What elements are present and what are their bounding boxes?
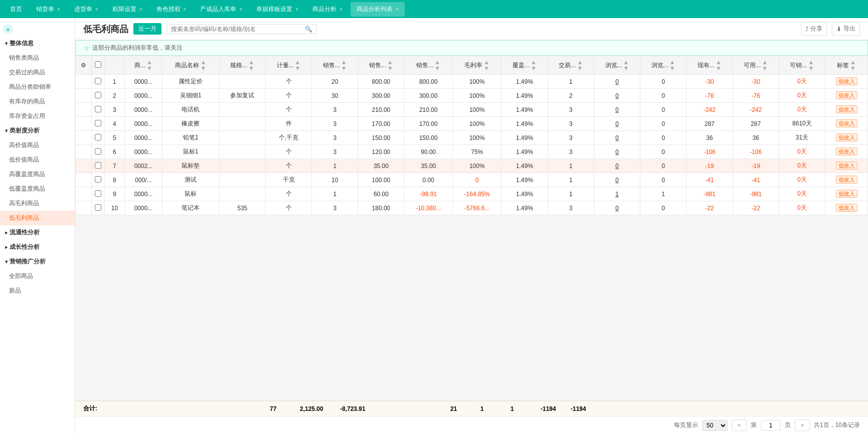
- sidebar-item-traded-goods[interactable]: 交易过的商品: [0, 65, 75, 80]
- td-name[interactable]: 鼠标: [162, 187, 219, 201]
- share-button[interactable]: ⤴ 分享: [801, 22, 827, 36]
- nav-product-analysis[interactable]: 商品分析 ×: [306, 2, 349, 17]
- search-input[interactable]: [171, 26, 303, 33]
- sidebar-item-in-stock[interactable]: 有库存的商品: [0, 94, 75, 109]
- export-button[interactable]: ⬇ 导出: [832, 22, 860, 36]
- td-view1[interactable]: 0: [594, 131, 640, 145]
- nav-product-analysis-list[interactable]: 商品分析列表 ×: [351, 2, 405, 17]
- th-trade[interactable]: 交易...▲▼: [548, 56, 594, 75]
- td-view1[interactable]: 0: [594, 75, 640, 89]
- close-icon[interactable]: ×: [95, 7, 98, 12]
- sidebar-item-low-profit[interactable]: 低毛利商品: [0, 211, 75, 225]
- nav-purchase-order[interactable]: 进货单 ×: [68, 2, 104, 17]
- th-saleable[interactable]: 可销...▲▼: [779, 56, 825, 75]
- td-tag: 低收入: [825, 159, 868, 173]
- td-settings: [76, 201, 92, 215]
- sidebar-group-overall[interactable]: ▾ 整体信息: [0, 36, 75, 51]
- row-checkbox[interactable]: [95, 120, 101, 126]
- close-icon[interactable]: ×: [139, 7, 142, 12]
- close-icon[interactable]: ×: [295, 7, 298, 12]
- next-page-btn[interactable]: ＞: [795, 419, 810, 431]
- nav-permissions[interactable]: 权限设置 ×: [106, 2, 148, 17]
- close-icon[interactable]: ×: [339, 7, 342, 12]
- close-icon[interactable]: ×: [396, 7, 399, 12]
- footer-view1: 1: [480, 405, 510, 412]
- sidebar-group-category-analysis[interactable]: ▾ 类射度分析: [0, 123, 75, 138]
- row-checkbox[interactable]: [95, 162, 101, 169]
- td-name[interactable]: 属性定价: [162, 75, 219, 89]
- sidebar-group-circulation[interactable]: ▸ 流通性分析: [0, 225, 75, 240]
- prev-page-btn[interactable]: ＜: [732, 419, 747, 431]
- select-all-checkbox[interactable]: [95, 61, 101, 68]
- td-view1[interactable]: 0: [594, 159, 640, 173]
- sidebar-item-low-coverage[interactable]: 低覆盖度商品: [0, 182, 75, 196]
- nav-home[interactable]: 首页: [4, 2, 28, 17]
- th-view1[interactable]: 浏览...▲▼: [594, 56, 640, 75]
- sidebar-item-low-value[interactable]: 低价值商品: [0, 153, 75, 167]
- sidebar-item-capital[interactable]: 库存资金占用: [0, 109, 75, 123]
- th-sales1[interactable]: 销售...▲▼: [312, 56, 358, 75]
- filter-recent-month-btn[interactable]: 近一月: [133, 23, 161, 35]
- th-sales3[interactable]: 销售...▲▼: [404, 56, 452, 75]
- sidebar-item-new-goods[interactable]: 新品: [0, 283, 75, 298]
- td-name[interactable]: 橡皮擦: [162, 117, 219, 131]
- td-view1[interactable]: 0: [594, 117, 640, 131]
- td-name[interactable]: 铅笔1: [162, 131, 219, 145]
- td-name[interactable]: 吴细细1: [162, 89, 219, 103]
- sidebar-item-high-coverage[interactable]: 高覆盖度商品: [0, 167, 75, 182]
- th-cover-rate[interactable]: 覆盖...▲▼: [501, 56, 548, 75]
- sidebar-group-marketing[interactable]: ▾ 营销推广分析: [0, 254, 75, 269]
- td-view1[interactable]: 1: [594, 187, 640, 201]
- sidebar-collapse-btn[interactable]: «: [3, 24, 13, 34]
- row-checkbox[interactable]: [95, 134, 101, 140]
- td-view1[interactable]: 0: [594, 145, 640, 159]
- nav-template-settings[interactable]: 单据模板设置 ×: [250, 2, 304, 17]
- th-settings[interactable]: ⚙: [76, 56, 92, 75]
- row-checkbox[interactable]: [95, 92, 101, 98]
- page-size-select[interactable]: 50 20 100: [702, 420, 728, 431]
- th-code[interactable]: 商...▲▼: [124, 56, 162, 75]
- tag-badge: 低收入: [836, 133, 857, 141]
- row-checkbox[interactable]: [95, 148, 101, 155]
- td-view1[interactable]: 0: [594, 173, 640, 187]
- th-tag[interactable]: 标签▲▼: [825, 56, 868, 75]
- search-icon[interactable]: 🔍: [305, 26, 312, 33]
- td-view2: 0: [640, 89, 686, 103]
- sidebar-item-category-rate[interactable]: 商品分类助销率: [0, 80, 75, 94]
- sidebar-group-growth[interactable]: ▸ 成长性分析: [0, 240, 75, 254]
- th-unit[interactable]: 计量...▲▼: [265, 56, 311, 75]
- td-checkbox: [92, 159, 105, 173]
- th-name[interactable]: 商品名称▲▼: [162, 56, 219, 75]
- sidebar-item-all-goods[interactable]: 全部商品: [0, 269, 75, 283]
- row-checkbox[interactable]: [95, 190, 101, 197]
- td-name[interactable]: 鼠标垫: [162, 159, 219, 173]
- td-view1[interactable]: 0: [594, 89, 640, 103]
- td-name[interactable]: 鼠标1: [162, 145, 219, 159]
- nav-sales-order[interactable]: 销货单 ×: [30, 2, 66, 17]
- sidebar-item-high-value[interactable]: 高价值商品: [0, 138, 75, 153]
- td-name[interactable]: 笔记本: [162, 201, 219, 215]
- th-spec[interactable]: 规格...▲▼: [219, 56, 265, 75]
- th-stock[interactable]: 现有...▲▼: [686, 56, 733, 75]
- th-available[interactable]: 可用...▲▼: [733, 56, 779, 75]
- close-icon[interactable]: ×: [239, 7, 242, 12]
- row-checkbox[interactable]: [95, 204, 101, 211]
- sidebar-item-high-profit[interactable]: 高毛利商品: [0, 196, 75, 211]
- page-number-input[interactable]: [761, 420, 781, 430]
- th-view2[interactable]: 浏览...▲▼: [640, 56, 686, 75]
- close-icon[interactable]: ×: [184, 7, 187, 12]
- row-checkbox[interactable]: [95, 176, 101, 183]
- td-view1[interactable]: 0: [594, 103, 640, 117]
- close-icon[interactable]: ×: [57, 7, 60, 12]
- td-name[interactable]: 电话机: [162, 103, 219, 117]
- row-checkbox[interactable]: [95, 78, 101, 84]
- th-gross-rate[interactable]: 毛利率▲▼: [453, 56, 501, 75]
- td-view1[interactable]: 0: [594, 201, 640, 215]
- th-sales2[interactable]: 销售...▲▼: [358, 56, 404, 75]
- nav-role-auth[interactable]: 角色授权 ×: [150, 2, 193, 17]
- row-checkbox[interactable]: [95, 106, 101, 112]
- sidebar-item-sales-goods[interactable]: 销售类商品: [0, 51, 75, 65]
- nav-product-entry[interactable]: 产成品入库单 ×: [194, 2, 248, 17]
- tag-badge: 低收入: [836, 91, 857, 99]
- td-name[interactable]: 测试: [162, 173, 219, 187]
